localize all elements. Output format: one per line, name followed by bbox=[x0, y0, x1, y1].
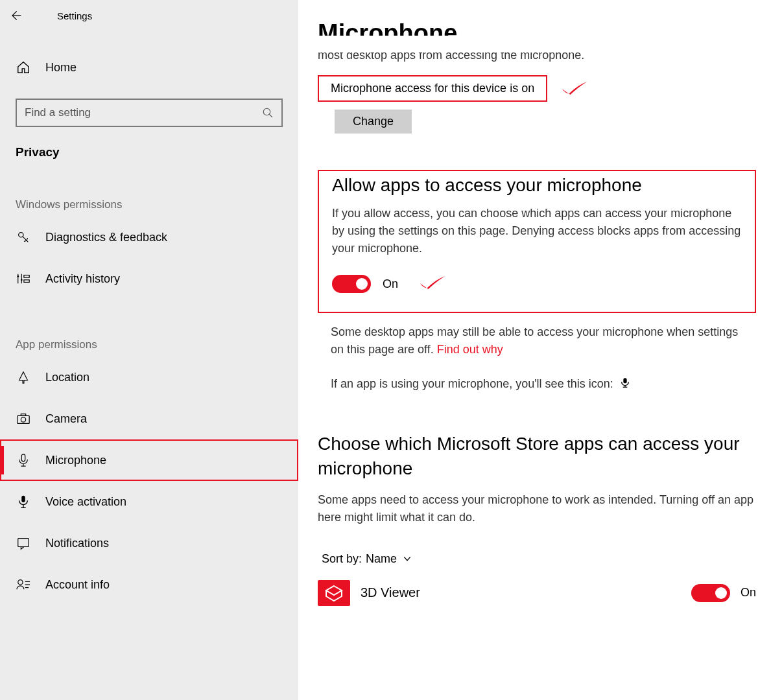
scrolled-text-fragment: most desktop apps from accessing the mic… bbox=[318, 49, 756, 62]
change-button[interactable]: Change bbox=[335, 110, 412, 134]
app-list-row: 3D Viewer On bbox=[318, 580, 756, 606]
sidebar-item-label: Voice activation bbox=[45, 495, 126, 509]
group-windows-permissions: Windows permissions bbox=[16, 198, 298, 211]
mic-in-use-text: If an app is using your microphone, you'… bbox=[331, 377, 613, 391]
svg-rect-24 bbox=[623, 378, 626, 383]
svg-point-3 bbox=[19, 233, 23, 237]
svg-rect-13 bbox=[21, 454, 25, 461]
feedback-icon bbox=[16, 230, 31, 244]
main-content: Microphone most desktop apps from access… bbox=[298, 0, 782, 700]
microphone-indicator-icon bbox=[620, 375, 630, 393]
sidebar-item-label: Notifications bbox=[45, 537, 109, 550]
microphone-icon bbox=[16, 453, 31, 467]
notifications-icon bbox=[16, 536, 31, 550]
device-access-status: Microphone access for this device is on bbox=[318, 75, 547, 102]
sort-by-dropdown[interactable]: Name bbox=[366, 552, 412, 566]
choose-apps-heading: Choose which Microsoft Store apps can ac… bbox=[318, 432, 756, 481]
sidebar-item-microphone[interactable]: Microphone bbox=[0, 439, 298, 481]
activity-history-icon bbox=[16, 272, 31, 286]
voice-activation-icon bbox=[16, 495, 31, 509]
titlebar: Settings bbox=[0, 0, 298, 31]
annotation-checkmark-icon bbox=[560, 78, 589, 100]
sidebar-item-camera[interactable]: Camera bbox=[0, 398, 298, 439]
find-out-why-link[interactable]: Find out why bbox=[437, 343, 503, 356]
location-icon bbox=[16, 370, 31, 384]
svg-point-1 bbox=[263, 108, 270, 115]
search-input[interactable] bbox=[25, 106, 262, 119]
app-title: Settings bbox=[57, 10, 92, 21]
sidebar-item-location[interactable]: Location bbox=[0, 356, 298, 398]
sidebar-item-label: Account info bbox=[45, 578, 110, 592]
svg-point-20 bbox=[18, 580, 23, 585]
allow-apps-body: If you allow access, you can choose whic… bbox=[332, 205, 742, 257]
search-box[interactable] bbox=[16, 99, 283, 127]
mic-in-use-note: If an app is using your microphone, you'… bbox=[318, 375, 756, 393]
sort-by-label: Sort by: bbox=[322, 552, 362, 566]
sidebar-item-voice-activation[interactable]: Voice activation bbox=[0, 481, 298, 522]
back-button[interactable] bbox=[0, 0, 31, 31]
desktop-apps-note-text: Some desktop apps may still be able to a… bbox=[331, 325, 738, 356]
svg-rect-8 bbox=[24, 275, 29, 278]
desktop-apps-note: Some desktop apps may still be able to a… bbox=[318, 323, 756, 358]
sidebar-item-label: Camera bbox=[45, 412, 87, 426]
choose-apps-body: Some apps need to access your microphone… bbox=[318, 491, 756, 526]
sidebar-section-title: Privacy bbox=[16, 145, 298, 159]
sidebar-home-label: Home bbox=[45, 61, 77, 75]
svg-line-2 bbox=[269, 114, 272, 117]
chevron-down-icon bbox=[402, 554, 412, 564]
app-toggle-3d-viewer[interactable] bbox=[691, 584, 730, 602]
choose-apps-section: Choose which Microsoft Store apps can ac… bbox=[318, 432, 756, 606]
svg-rect-19 bbox=[18, 539, 29, 547]
sidebar-item-notifications[interactable]: Notifications bbox=[0, 522, 298, 564]
allow-apps-heading: Allow apps to access your microphone bbox=[332, 175, 742, 196]
sidebar-item-label: Diagnostics & feedback bbox=[45, 231, 167, 244]
annotation-checkmark-icon bbox=[418, 273, 447, 295]
svg-rect-12 bbox=[21, 414, 25, 416]
svg-point-11 bbox=[21, 417, 25, 422]
sidebar-item-label: Location bbox=[45, 371, 89, 384]
sidebar-item-diagnostics[interactable]: Diagnostics & feedback bbox=[0, 216, 298, 258]
allow-apps-toggle-state: On bbox=[383, 277, 398, 291]
search-icon bbox=[262, 107, 274, 119]
sidebar-item-label: Activity history bbox=[45, 272, 120, 286]
home-icon bbox=[16, 60, 31, 75]
app-toggle-state: On bbox=[741, 586, 756, 600]
group-app-permissions: App permissions bbox=[16, 338, 298, 351]
sidebar-home[interactable]: Home bbox=[0, 52, 298, 83]
sidebar-item-label: Microphone bbox=[45, 454, 106, 467]
3d-viewer-icon bbox=[324, 585, 344, 601]
sort-by-value: Name bbox=[366, 552, 397, 566]
allow-apps-section: Allow apps to access your microphone If … bbox=[318, 170, 756, 313]
app-tile-3d-viewer bbox=[318, 580, 350, 606]
svg-point-6 bbox=[17, 275, 19, 277]
camera-icon bbox=[16, 412, 31, 426]
account-info-icon bbox=[16, 578, 31, 592]
app-name: 3D Viewer bbox=[361, 585, 691, 600]
svg-rect-9 bbox=[24, 280, 29, 283]
sidebar-item-activity-history[interactable]: Activity history bbox=[0, 258, 298, 299]
arrow-left-icon bbox=[9, 9, 22, 22]
settings-sidebar: Settings Home Privacy Windows permission… bbox=[0, 0, 298, 700]
sidebar-item-account-info[interactable]: Account info bbox=[0, 564, 298, 605]
svg-rect-16 bbox=[21, 496, 25, 502]
allow-apps-toggle[interactable] bbox=[332, 275, 371, 293]
svg-point-7 bbox=[21, 279, 23, 281]
